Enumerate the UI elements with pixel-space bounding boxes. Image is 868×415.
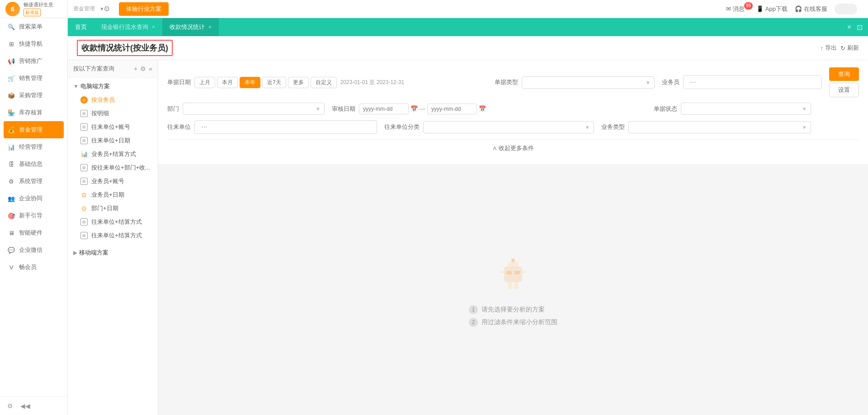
tab-collection-stats[interactable]: 收款情况统计 ×	[162, 18, 219, 36]
query-button[interactable]: 查询	[829, 67, 859, 81]
message-icon: ✉	[726, 5, 731, 12]
doc-type-select[interactable]: ▾	[522, 76, 655, 89]
date-btn-this-month[interactable]: 本月	[217, 77, 238, 88]
sidebar-settings-btn[interactable]: ⚙	[7, 402, 13, 410]
date-btn-last-month[interactable]: 上月	[194, 77, 215, 88]
nav-label-marketing: 营销推广	[19, 57, 42, 65]
nav-label-inventory: 库存核算	[19, 108, 42, 117]
panel-actions: + ⚙ «	[134, 65, 152, 72]
header-right-tools: ✉ 消息 99 + 📱 App下载 🎧 在线客服	[726, 4, 863, 14]
doc-status-label: 单据状态	[654, 105, 677, 113]
date-btn-more[interactable]: 更多	[288, 77, 309, 88]
settings-gear-icon[interactable]: ⚙	[104, 5, 110, 13]
tab-bar: 首页 现金银行流水查询 × 收款情况统计 × × ⊡	[68, 18, 868, 36]
dept-label: 部门	[167, 105, 179, 113]
date-btn-this-year[interactable]: 本年	[240, 77, 260, 88]
scheme-label-salesperson-account: 业务员+账号	[91, 177, 124, 185]
review-date-from-input[interactable]	[359, 104, 409, 114]
salesperson-label: 业务员	[662, 78, 679, 86]
collapse-bar[interactable]: ∧ 收起更多条件	[167, 139, 859, 157]
sidebar-item-purchase[interactable]: 📦 采购管理	[0, 87, 67, 104]
app-layout: 🔍 搜索菜单 ⊞ 快捷导航 📢 营销推广 🛒 销售管理 📦 采购管理 🏪 库存核…	[0, 0, 868, 415]
scheme-item-partner-account[interactable]: ⊞ 往来单位+账号	[68, 120, 158, 134]
sidebar-item-operations[interactable]: 📊 经营管理	[0, 138, 67, 156]
partner-select[interactable]: ···	[194, 120, 377, 134]
messages-tool[interactable]: ✉ 消息 99 +	[726, 5, 749, 13]
panel-collapse-icon[interactable]: «	[149, 65, 152, 72]
scheme-item-salesperson-account[interactable]: ⊞ 业务员+账号	[68, 174, 158, 188]
salesperson-more-icon[interactable]: ···	[690, 78, 696, 86]
guide-icon: 🎯	[7, 212, 15, 220]
scheme-item-by-salesperson[interactable]: ⊙ 按业务员	[68, 93, 158, 107]
settings-button[interactable]: 设置	[829, 83, 859, 97]
doc-status-select[interactable]: ▾	[681, 103, 811, 115]
scheme-label-partner-settlement1: 往来单位+结算方式	[91, 218, 142, 226]
sidebar-item-inventory[interactable]: 🏪 库存核算	[0, 104, 67, 121]
date-btn-7days[interactable]: 近7天	[262, 77, 286, 88]
refresh-button[interactable]: ↻ 刷新	[840, 44, 859, 52]
wechat-icon: 💬	[7, 246, 15, 254]
scheme-item-by-detail[interactable]: ⊞ 按明细	[68, 107, 158, 120]
sidebar-item-search-menu[interactable]: 🔍 搜索菜单	[0, 18, 67, 35]
scheme-item-partner-settlement2[interactable]: ⊞ 往来单位+结算方式	[68, 229, 158, 242]
sidebar-item-enterprise[interactable]: 👥 企业协同	[0, 190, 67, 207]
scheme-item-salesperson-date[interactable]: ⊙ 业务员+日期	[68, 188, 158, 202]
sidebar-item-marketing[interactable]: 📢 营销推广	[0, 52, 67, 70]
tab-close-window-btn[interactable]: ×	[845, 21, 853, 33]
app-download-tool[interactable]: 📱 App下载	[756, 5, 788, 13]
scheme-label-salesperson-settlement: 业务员+结算方式	[91, 150, 136, 158]
calendar-from-icon[interactable]: 📅	[410, 105, 418, 112]
partner-more-icon[interactable]: ···	[201, 123, 207, 131]
scheme-item-partner-date[interactable]: ⊞ 往来单位+日期	[68, 134, 158, 147]
sidebar-item-base-info[interactable]: 🗄 基础信息	[0, 156, 67, 173]
desktop-group-label: 电脑端方案	[80, 82, 110, 90]
panel-settings-icon[interactable]: ⚙	[140, 65, 146, 72]
date-btn-custom[interactable]: 自定义	[311, 77, 337, 88]
review-date-to-input[interactable]	[427, 104, 477, 114]
sidebar-item-sales[interactable]: 🛒 销售管理	[0, 70, 67, 87]
tab-bank-flow[interactable]: 现金银行流水查询 ×	[94, 18, 162, 36]
scheme-item-partner-settlement1[interactable]: ⊞ 往来单位+结算方式	[68, 215, 158, 229]
nav-label-purchase: 采购管理	[19, 91, 42, 99]
sidebar-collapse-btn[interactable]: ◀◀	[20, 402, 30, 410]
tab-bank-flow-close[interactable]: ×	[152, 24, 155, 30]
megaphone-icon: 📢	[7, 57, 15, 65]
tab-home[interactable]: 首页	[68, 18, 94, 36]
scheme-item-dept-date[interactable]: ⊙ 部门+日期	[68, 202, 158, 215]
mobile-group-label: 移动端方案	[79, 249, 108, 257]
trial-button[interactable]: 体验行业方案	[119, 2, 169, 16]
scheme-label-salesperson: 按业务员	[91, 96, 115, 104]
sidebar-item-quick-nav[interactable]: ⊞ 快捷导航	[0, 35, 67, 52]
app-download-label: App下载	[765, 5, 788, 13]
filter-field-date: 单据日期 上月 本月 本年 近7天 更多 自定义 2023-01-01 至 20…	[167, 77, 487, 88]
nav-label-finance: 资金管理	[19, 126, 42, 134]
sidebar-item-finance[interactable]: 💰 资金管理	[4, 121, 64, 138]
scheme-item-partner-dept[interactable]: ⊞ 按往来单位+部门+收...	[68, 161, 158, 174]
dept-select[interactable]: ▾	[183, 103, 325, 115]
action-buttons-group: 查询 设置	[829, 67, 859, 97]
panel-add-icon[interactable]: +	[134, 65, 137, 72]
tab-maximize-btn[interactable]: ⊡	[855, 21, 864, 33]
user-avatar[interactable]	[835, 4, 857, 14]
users-icon: 👥	[7, 194, 15, 203]
dept-arrow-icon: ▾	[316, 105, 320, 112]
mobile-group-header[interactable]: ▶ 移动端方案	[68, 246, 158, 259]
review-date-group: 📅 — 📅	[359, 104, 486, 114]
sidebar-item-guide[interactable]: 🎯 新手引导	[0, 207, 67, 224]
business-type-select[interactable]: ▾	[628, 121, 811, 133]
desktop-group-header[interactable]: ▼ 电脑端方案	[68, 80, 158, 93]
tab-collection-stats-close[interactable]: ×	[208, 24, 212, 30]
salesperson-select[interactable]: ···	[683, 75, 822, 89]
calendar-to-icon[interactable]: 📅	[479, 105, 486, 112]
sidebar-item-member[interactable]: V 畅会员	[0, 259, 67, 276]
online-service-tool[interactable]: 🎧 在线客服	[795, 5, 827, 13]
sidebar-item-enterprise-wx[interactable]: 💬 企业微信	[0, 241, 67, 259]
query-panel: 按以下方案查询 + ⚙ « ▼ 电脑端方案 ⊙ 按业务员	[68, 60, 158, 415]
sidebar-item-smart-hw[interactable]: 🖥 智能硬件	[0, 224, 67, 241]
partner-category-select[interactable]: ▾	[423, 121, 594, 133]
scheme-label-partner-account: 往来单位+账号	[91, 123, 130, 131]
sidebar-item-sys-manage[interactable]: ⚙ 系统管理	[0, 173, 67, 190]
scheme-item-salesperson-settlement[interactable]: 📊 业务员+结算方式	[68, 147, 158, 161]
export-button[interactable]: ↑ 导出	[821, 44, 837, 52]
expand-nav-icon[interactable]: ▾	[100, 5, 104, 12]
